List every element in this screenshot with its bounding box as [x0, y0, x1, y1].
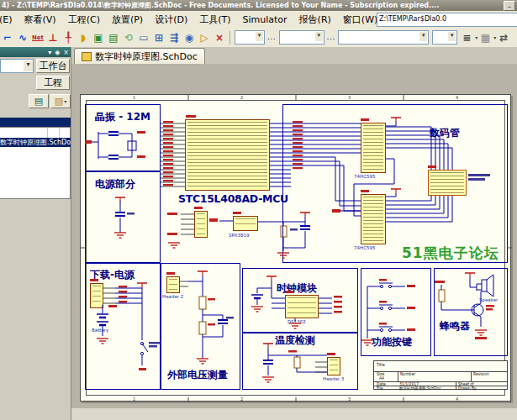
- column-divider: [59, 128, 60, 138]
- place-bezier-icon[interactable]: ∿: [15, 30, 30, 45]
- project-list-header[interactable]: [0, 118, 71, 127]
- place-gnd-port-icon[interactable]: ⊥: [45, 30, 61, 45]
- panel-pin-icon[interactable]: ◈: [55, 49, 60, 56]
- combo-3[interactable]: [338, 30, 429, 45]
- window-title: 4) - Z:\TEMP\Rar$DIa0.014\数字时钟原理图.SchDoc…: [2, 2, 439, 9]
- project-combo[interactable]: [0, 59, 34, 73]
- menu-place[interactable]: 放置(P): [106, 13, 149, 26]
- place-gate-icon[interactable]: ◗: [76, 30, 91, 45]
- panel-close-icon[interactable]: ×: [63, 49, 69, 56]
- separator: [229, 31, 230, 45]
- workbench-button[interactable]: 工作台: [36, 59, 70, 73]
- open-document-icon[interactable]: ▨▾: [50, 94, 71, 108]
- document-list-item-selected[interactable]: 数字时钟原理图.SchDoc: [0, 138, 71, 147]
- place-wire-icon[interactable]: ⌐: [0, 30, 15, 45]
- sheet-symbol-icon[interactable]: ▭: [136, 30, 151, 45]
- no-erc-icon[interactable]: ×: [212, 30, 227, 45]
- sheet-entry-icon[interactable]: ⊞: [151, 30, 166, 45]
- project-button[interactable]: 工程: [36, 76, 70, 90]
- browse-button[interactable]: ...: [327, 34, 336, 41]
- sheet-graphics-layer: 1 2 3 4 1 2 3 4 晶振 - 12M 电源: [71, 64, 517, 420]
- wiring-toolbar: ⌐ ∿ Net ⊥ ╀ ◗ ▣ ▤ ⟲ ▭ ⊞ ⇶ ◉ ▷ × ... ... …: [0, 28, 517, 48]
- menu-edit[interactable]: 编辑(E): [0, 13, 18, 26]
- panel-caption-bar: ▾ ◈ ×: [0, 47, 71, 57]
- tab-schematic-document[interactable]: 数字时钟原理图.SchDoc: [74, 48, 205, 65]
- device-sheet-icon[interactable]: ⇶: [166, 30, 182, 45]
- panel-menu-icon[interactable]: ▾: [48, 49, 51, 56]
- place-net-label-icon[interactable]: Net: [30, 30, 45, 45]
- place-sheet-part-icon[interactable]: ▤: [106, 30, 121, 45]
- address-combo[interactable]: Z:\TEMP\Rar$DIa0.0: [377, 13, 517, 27]
- place-port-icon[interactable]: ▷: [197, 30, 212, 45]
- combo-1[interactable]: [235, 30, 265, 45]
- browse-button[interactable]: ...: [267, 34, 277, 41]
- line-weight-icon[interactable]: ≡: [459, 30, 474, 45]
- document-name: 数字时钟原理图.SchDoc: [0, 138, 71, 147]
- projects-panel: ▾ ◈ × 工作台 工程 ▤ ▨▾ 数字时钟原理图.SchDoc: [0, 47, 71, 420]
- menu-simulator[interactable]: Simulator: [237, 14, 293, 25]
- place-vcc-port-icon[interactable]: ╀: [61, 30, 76, 45]
- window-titlebar: 4) - Z:\TEMP\Rar$DIa0.014\数字时钟原理图.SchDoc…: [0, 0, 517, 11]
- menu-view[interactable]: 察看(V): [18, 13, 62, 26]
- menu-design[interactable]: 设计(D): [149, 13, 193, 26]
- menu-tools[interactable]: 工具(T): [193, 13, 236, 26]
- place-part-icon[interactable]: ▣: [91, 30, 106, 45]
- menu-project[interactable]: 工程(C): [62, 13, 106, 26]
- project-document-list: 数字时钟原理图.SchDoc: [0, 127, 71, 199]
- combo-2[interactable]: [279, 30, 324, 45]
- tab-label: 数字时钟原理图.SchDoc: [95, 50, 198, 63]
- document-tab-bar: 数字时钟原理图.SchDoc: [71, 47, 517, 65]
- menu-reports[interactable]: 报告(R): [293, 13, 337, 26]
- minimize-button[interactable]: _: [504, 1, 515, 11]
- swap-icon[interactable]: ⇄: [496, 30, 511, 45]
- combo-4[interactable]: [432, 30, 457, 45]
- chevron-down-icon: ▾: [64, 98, 66, 104]
- menu-bar: 编辑(E) 察看(V) 工程(C) 放置(P) 设计(D) 工具(T) Simu…: [0, 11, 517, 29]
- address-text: Z:\TEMP\Rar$DIa0.0: [379, 15, 446, 23]
- application-window: 4) - Z:\TEMP\Rar$DIa0.014\数字时钟原理图.SchDoc…: [0, 0, 517, 420]
- grid-icon[interactable]: ▦: [477, 30, 493, 45]
- directive-icon[interactable]: ◉: [182, 30, 197, 45]
- column-divider: [47, 128, 48, 138]
- schematic-canvas[interactable]: 1 2 3 4 1 2 3 4 晶振 - 12M 电源: [71, 64, 517, 420]
- save-project-icon[interactable]: ▤: [29, 94, 49, 108]
- wires-and-symbols: [81, 95, 512, 402]
- schematic-doc-icon: [82, 52, 92, 61]
- reuse-block-icon[interactable]: ⟲: [121, 30, 136, 45]
- schematic-sheet: 1 2 3 4 1 2 3 4 晶振 - 12M 电源: [80, 94, 511, 402]
- folder-icon: ▨: [55, 96, 63, 107]
